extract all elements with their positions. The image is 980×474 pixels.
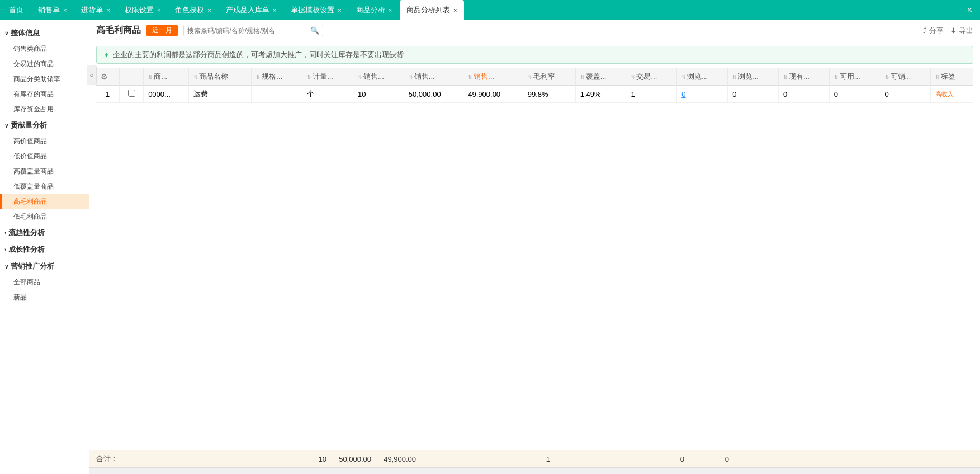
cell-index: 1 [96,86,120,103]
nav-tab-商品分析列表[interactable]: 商品分析列表× [400,0,463,20]
cell-current: 0 [778,86,829,103]
col-header-tag[interactable]: ⇅标签 [931,68,973,86]
section-label: 成长性分析 [8,245,45,255]
date-filter-button[interactable]: 近一月 [146,25,178,36]
sidebar-item-有库存的商品[interactable]: 有库存的商品 [0,87,89,102]
sidebar-section-流趋性分析[interactable]: ›流趋性分析 [0,224,89,241]
share-button[interactable]: ⤴ 分享 [923,26,944,36]
share-icon: ⤴ [923,26,927,35]
sidebar-collapse-button[interactable]: « [87,65,97,85]
sidebar-item-高毛利商品[interactable]: 高毛利商品 [0,194,89,209]
search-input[interactable] [187,27,308,35]
tab-close-icon[interactable]: × [207,7,211,13]
cell-sales-qty: 10 [353,86,404,103]
col-header-transaction[interactable]: ⇅交易... [626,68,677,86]
col-header-check[interactable] [120,68,144,86]
col-header-browse1[interactable]: ⇅浏览... [677,68,728,86]
cell-sales-cost: 49,900.00 [463,86,523,103]
nav-tab-商品分析[interactable]: 商品分析× [349,0,399,20]
sidebar-item-库存资金占用[interactable]: 库存资金占用 [0,102,89,117]
sidebar-item-全部商品[interactable]: 全部商品 [0,275,89,290]
col-header-salesQty[interactable]: ⇅销售... [353,68,404,86]
tab-close-icon[interactable]: × [273,7,276,13]
footer-current: 0 [644,455,689,463]
cell-tag: 高收入 [931,86,973,103]
col-header-salesCost[interactable]: ⇅销售... [463,68,523,86]
close-all-button[interactable]: × [962,5,978,15]
cell-check[interactable] [120,86,144,103]
data-table: ⚙⇅商...⇅商品名称⇅规格...⇅计量...⇅销售...⇅销售...⇅销售..… [96,68,973,103]
sidebar-item-交易过的商品[interactable]: 交易过的商品 [0,57,89,72]
sidebar-section-贡献量分析[interactable]: ∨贡献量分析 [0,117,89,134]
nav-tab-进货单[interactable]: 进货单× [74,0,116,20]
footer-available: 0 [689,455,733,463]
col-header-current[interactable]: ⇅现有... [778,68,829,86]
nav-tab-销售单[interactable]: 销售单× [31,0,73,20]
col-header-name[interactable]: ⇅商品名称 [188,68,251,86]
nav-tab-权限设置[interactable]: 权限设置× [118,0,167,20]
footer-transaction: 1 [510,455,555,463]
col-header-spec[interactable]: ⇅规格... [252,68,302,86]
cell-code: 0000... [144,86,189,103]
col-header-settings[interactable]: ⚙ [96,68,120,86]
footer-sales-amt: 50,000.00 [331,455,376,463]
section-label: 整体信息 [11,28,40,38]
sidebar-item-商品分类助销率[interactable]: 商品分类助销率 [0,72,89,87]
footer-sales-cost: 49,900.00 [376,455,420,463]
export-icon: ⬇ [950,26,957,35]
content-area: 高毛利商品 近一月 🔍 ⤴ 分享 ⬇ 导出 ✦ 企业的主要的利润都是这部分商品创… [89,20,980,474]
cell-transaction: 1 [626,86,677,103]
footer-sales-qty: 10 [286,455,331,463]
col-header-salesAmt[interactable]: ⇅销售... [404,68,463,86]
cell-browse2: 0 [728,86,779,103]
cell-available: 0 [829,86,880,103]
section-label: 贡献量分析 [11,120,47,130]
table-row: 10000...运费个1050,000.0049,900.0099.8%1.49… [96,86,973,103]
horizontal-scrollbar[interactable] [89,467,980,474]
section-arrow-icon: ∨ [4,264,8,270]
export-button[interactable]: ⬇ 导出 [950,26,973,36]
col-header-browse2[interactable]: ⇅浏览... [728,68,779,86]
tab-close-icon[interactable]: × [338,7,341,13]
content-header: 高毛利商品 近一月 🔍 ⤴ 分享 ⬇ 导出 [89,20,980,41]
tab-close-icon[interactable]: × [389,7,392,13]
sidebar-item-新品[interactable]: 新品 [0,290,89,305]
col-header-available[interactable]: ⇅可用... [829,68,880,86]
info-icon: ✦ [103,51,110,59]
cell-gross-margin: 99.8% [523,86,575,103]
col-header-code[interactable]: ⇅商... [144,68,189,86]
header-actions: ⤴ 分享 ⬇ 导出 [923,26,973,36]
sidebar-item-销售类商品[interactable]: 销售类商品 [0,41,89,57]
sidebar-section-整体信息[interactable]: ∨整体信息 [0,25,89,41]
sidebar-item-高覆盖量商品[interactable]: 高覆盖量商品 [0,164,89,179]
sidebar-section-营销推广分析[interactable]: ∨营销推广分析 [0,258,89,275]
section-arrow-icon: ∨ [4,123,8,129]
cell-name: 运费 [188,86,251,103]
sidebar-section-成长性分析[interactable]: ›成长性分析 [0,241,89,258]
search-icon[interactable]: 🔍 [310,26,319,35]
col-header-saleable[interactable]: ⇅可销... [880,68,931,86]
sidebar-item-低覆盖量商品[interactable]: 低覆盖量商品 [0,179,89,194]
col-header-unit[interactable]: ⇅计量... [302,68,353,86]
sidebar-item-低价值商品[interactable]: 低价值商品 [0,149,89,164]
main-layout: ∨整体信息销售类商品交易过的商品商品分类助销率有库存的商品库存资金占用∨贡献量分… [0,20,980,474]
tab-close-icon[interactable]: × [106,7,110,13]
section-label: 营销推广分析 [11,261,54,271]
nav-tab-产成品入库单[interactable]: 产成品入库单× [219,0,283,20]
tab-close-icon[interactable]: × [157,7,160,13]
nav-tab-角色授权[interactable]: 角色授权× [168,0,217,20]
nav-tab-单据模板设置[interactable]: 单据模板设置× [284,0,348,20]
tab-close-icon[interactable]: × [453,7,457,13]
info-banner: ✦ 企业的主要的利润都是这部分商品创造的，可考虑加大推广，同时关注库存是不要出现… [96,46,973,64]
tab-close-icon[interactable]: × [63,7,67,13]
sidebar-item-低毛利商品[interactable]: 低毛利商品 [0,209,89,224]
col-header-coverage[interactable]: ⇅覆盖... [575,68,626,86]
sidebar-item-高价值商品[interactable]: 高价值商品 [0,134,89,149]
cell-sales-amt: 50,000.00 [404,86,463,103]
section-arrow-icon: ∨ [4,30,8,36]
col-header-grossMargin[interactable]: ⇅毛利率 [523,68,575,86]
cell-saleable: 0 [880,86,931,103]
footer-bar: 合计： 10 50,000.00 49,900.00 1 0 0 [89,450,980,467]
cell-browse1: 0 [677,86,728,103]
nav-tab-首页[interactable]: 首页 [2,0,30,20]
